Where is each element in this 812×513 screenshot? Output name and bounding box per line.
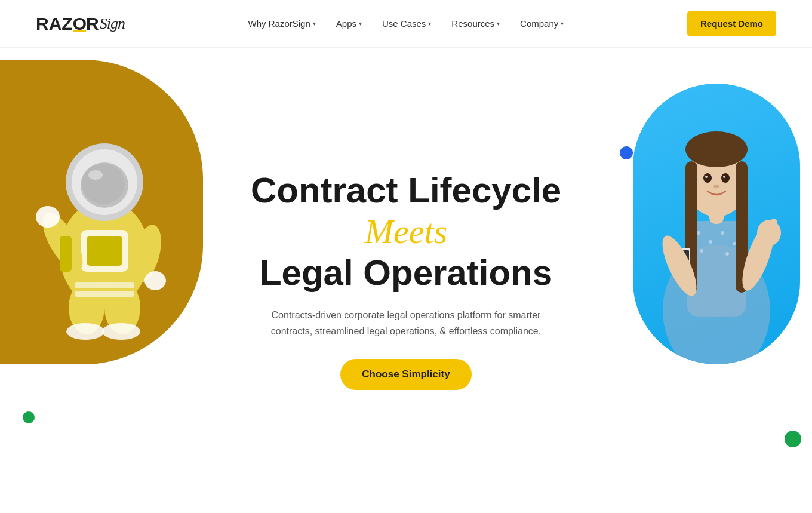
svg-point-32 (703, 173, 712, 183)
nav-apps[interactable]: Apps ▾ (329, 14, 369, 33)
logo-o-container: O (73, 14, 86, 34)
svg-rect-39 (770, 219, 777, 235)
nav-use-cases[interactable]: Use Cases ▾ (375, 14, 438, 33)
svg-point-6 (82, 164, 125, 204)
svg-point-34 (705, 176, 708, 178)
svg-rect-18 (60, 236, 72, 272)
request-demo-button[interactable]: Request Demo (687, 11, 776, 36)
navbar: RAZ O RSign Why RazorSign ▾ Apps ▾ Use C… (0, 0, 812, 48)
nav-company[interactable]: Company ▾ (513, 14, 571, 33)
hero-title-legal-operations: Legal Operations (251, 253, 561, 293)
svg-point-9 (36, 206, 60, 228)
svg-rect-2 (87, 236, 122, 266)
logo-text-razor: RAZ (36, 14, 73, 34)
svg-point-26 (725, 252, 729, 256)
hero-right-image (633, 84, 800, 364)
why-razorsign-caret: ▾ (313, 20, 316, 27)
resources-caret: ▾ (497, 20, 500, 27)
svg-point-15 (102, 323, 140, 340)
svg-point-36 (713, 185, 719, 188)
dot-blue-mid-right (620, 146, 633, 159)
hero-section: Contract Lifecycle Meets Legal Operation… (0, 48, 812, 513)
choose-simplicity-button[interactable]: Choose Simplicity (340, 359, 471, 390)
hero-title-contract-lifecycle: Contract Lifecycle (251, 171, 561, 210)
dot-green-bottom-right (785, 431, 801, 447)
logo-underline (73, 30, 86, 32)
hero-content: Contract Lifecycle Meets Legal Operation… (251, 171, 561, 389)
nav-why-razorsign[interactable]: Why RazorSign ▾ (241, 14, 323, 33)
svg-rect-16 (75, 282, 134, 288)
svg-rect-17 (75, 291, 134, 297)
astronaut-image (0, 54, 215, 370)
svg-point-7 (88, 170, 103, 180)
svg-point-33 (721, 173, 730, 183)
logo-sign-text: Sign (100, 15, 125, 33)
hero-title-meets: Meets (251, 213, 561, 251)
person-svg (639, 90, 794, 364)
astronaut-svg (15, 69, 194, 355)
dot-green-bottom-left (23, 411, 35, 423)
logo-r-end: R (86, 14, 99, 34)
hero-left-image (0, 60, 227, 370)
apps-caret: ▾ (359, 20, 362, 27)
person-image (633, 84, 800, 364)
svg-point-22 (709, 240, 712, 244)
svg-point-31 (685, 131, 748, 167)
company-caret: ▾ (561, 20, 564, 27)
use-cases-caret: ▾ (428, 20, 431, 27)
svg-point-11 (144, 271, 166, 290)
svg-point-35 (723, 176, 725, 178)
svg-point-23 (721, 231, 724, 235)
svg-point-14 (66, 323, 104, 340)
nav-links: Why RazorSign ▾ Apps ▾ Use Cases ▾ Resou… (241, 14, 571, 33)
hero-subtitle: Contracts-driven corporate legal operati… (263, 307, 549, 339)
nav-resources[interactable]: Resources ▾ (444, 14, 507, 33)
logo[interactable]: RAZ O RSign (36, 14, 125, 34)
svg-point-25 (700, 249, 703, 253)
